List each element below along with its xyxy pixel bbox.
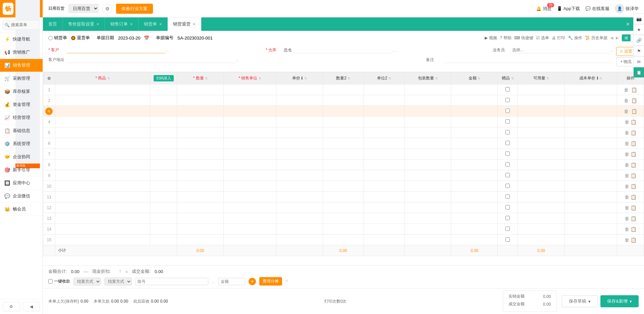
unit-price-cell[interactable] — [276, 106, 323, 117]
warehouse-input[interactable] — [293, 47, 392, 53]
add-payment-button[interactable]: + — [249, 278, 256, 285]
sales-unit-sort-icon[interactable]: ⇅ — [259, 76, 261, 80]
gift-checkbox[interactable] — [505, 119, 510, 124]
sidebar-item-purchase[interactable]: 🛒 采购管理 — [0, 72, 43, 85]
delete-row-button[interactable]: 🗑 — [624, 215, 630, 222]
gift-checkbox[interactable] — [505, 151, 510, 156]
unit-price-cell[interactable] — [276, 84, 323, 95]
copy-row-button[interactable]: 📋 — [630, 204, 637, 211]
quantity-cell[interactable] — [177, 106, 224, 117]
sidebar-item-marketing[interactable]: 📢 营销推广 — [0, 46, 43, 59]
rfloat-link-button[interactable]: 🔗 — [633, 35, 644, 46]
sidebar-item-guide[interactable]: 🎯 新手引导 — [0, 164, 43, 177]
gift-checkbox[interactable] — [505, 130, 510, 134]
amount-cell[interactable] — [451, 95, 498, 106]
prev-record-button[interactable]: ◀ — [610, 36, 613, 40]
delete-row-button[interactable]: 🗑 — [624, 140, 630, 147]
add-row-button[interactable]: + — [45, 108, 53, 115]
delete-row-button[interactable]: 🗑 — [624, 194, 630, 200]
select-action[interactable]: ☑ 选单 — [536, 35, 549, 41]
gift-checkbox[interactable] — [505, 194, 510, 199]
online-service-button[interactable]: 💬 在线客服 — [585, 6, 609, 12]
rfloat-photo-button[interactable]: 📷 — [633, 13, 644, 24]
copy-row-button[interactable]: 📋 — [630, 237, 637, 243]
app-download-button[interactable]: 📱 App下载 — [557, 6, 580, 12]
delete-row-button[interactable]: 🗑 — [624, 129, 630, 136]
sidebar-item-shortcut[interactable]: ⚡ 快捷导航 — [0, 33, 43, 46]
copy-row-button[interactable]: 📋 — [630, 215, 637, 222]
close-sales-order-tab[interactable]: ✕ — [130, 22, 133, 26]
payment-amount-input[interactable] — [218, 278, 245, 285]
customer-dots[interactable]: ... — [166, 48, 169, 53]
amount-cell[interactable] — [451, 106, 498, 117]
amount-cell[interactable] — [451, 84, 498, 95]
gift-checkbox[interactable] — [505, 141, 510, 145]
quantity-cell[interactable] — [177, 84, 224, 95]
sales-unit-cell[interactable] — [224, 95, 276, 106]
grid-view-button[interactable]: ⊞ — [622, 35, 631, 41]
print-action[interactable]: 🖨 打印 — [552, 35, 565, 41]
th-settings[interactable]: ⚙ — [43, 72, 55, 84]
copy-row-button[interactable]: 📋 — [630, 172, 637, 179]
package-qty-cell[interactable] — [405, 95, 451, 106]
cost-info-icon[interactable]: ℹ — [597, 76, 598, 80]
one-click-payment-checkbox[interactable]: 一键收款 — [48, 278, 70, 284]
payment-check[interactable] — [48, 279, 53, 284]
copy-row-button[interactable]: 📋 — [631, 86, 638, 93]
delete-row-button[interactable]: 🗑 — [623, 97, 629, 104]
quantity2-cell[interactable] — [323, 84, 364, 95]
unit-price-info-icon[interactable]: ℹ — [301, 76, 303, 80]
video-action[interactable]: ▶ 视频 — [485, 35, 497, 41]
customer-input[interactable] — [66, 47, 166, 53]
message-button[interactable]: 🔔 消息 70 — [536, 6, 551, 12]
copy-row-button[interactable]: 📋 — [631, 97, 638, 104]
experience-button[interactable]: 体验行业方案 — [116, 4, 153, 14]
unit2-cell[interactable] — [364, 95, 405, 106]
quantity-cell[interactable] — [177, 95, 224, 106]
gift-checkbox[interactable] — [505, 98, 510, 102]
copy-row-button[interactable]: 📋 — [630, 183, 637, 190]
rfloat-star-button[interactable]: ★ — [633, 24, 644, 35]
product-cell[interactable] — [55, 84, 150, 95]
help-action[interactable]: ? 帮助 — [500, 35, 512, 41]
product-input-active[interactable] — [57, 109, 148, 114]
salesman-input[interactable] — [511, 47, 610, 53]
sales-unit-cell[interactable] — [224, 84, 276, 95]
sidebar-item-system[interactable]: ⚙️ 系统管理 — [0, 137, 43, 150]
sidebar-item-basic[interactable]: 📋 基础信息 — [0, 124, 43, 137]
account-dots[interactable]: ... — [212, 279, 215, 284]
sidebar-item-member[interactable]: 👑 畅会员 — [0, 203, 43, 216]
gift-checkbox[interactable] — [505, 237, 510, 242]
delete-row-button[interactable]: 🗑 — [624, 204, 630, 211]
unit2-sort-icon[interactable]: ⇅ — [388, 76, 391, 80]
delete-row-button[interactable]: 🗑 — [624, 237, 630, 243]
sales-unit-cell[interactable] — [224, 106, 276, 117]
close-window-button[interactable]: ✕ — [624, 20, 632, 28]
rfloat-active-button[interactable]: 📋 — [633, 67, 644, 78]
quantity2-cell[interactable] — [323, 106, 364, 117]
address-dots[interactable]: ... — [236, 58, 239, 62]
unit2-cell[interactable] — [364, 84, 405, 95]
copy-row-button[interactable]: 📋 — [631, 108, 638, 115]
gift-checkbox[interactable] — [505, 227, 510, 231]
copy-row-button[interactable]: 📋 — [630, 194, 637, 200]
delete-row-button[interactable]: 🗑 — [624, 151, 630, 158]
pkg-sort-icon[interactable]: ⇅ — [435, 76, 438, 80]
address-input[interactable] — [66, 57, 236, 63]
gift-checkbox[interactable] — [505, 87, 510, 91]
fee-split-button[interactable]: 费用分摊 — [259, 277, 282, 286]
gift-sort-icon[interactable]: ⇅ — [511, 76, 514, 80]
unit2-cell[interactable] — [364, 106, 405, 117]
return-radio-input[interactable] — [71, 36, 75, 40]
delete-row-button[interactable]: 🗑 — [624, 172, 630, 179]
gift-checkbox[interactable] — [505, 184, 510, 188]
account-input[interactable] — [135, 278, 208, 285]
product-cell[interactable] — [55, 95, 150, 106]
sales-radio[interactable]: 销货单 — [48, 35, 67, 41]
shortcut-action[interactable]: ⌨ 快捷键 — [514, 35, 533, 41]
quantity-sort-icon[interactable]: ⇅ — [205, 76, 208, 80]
sidebar-item-sales[interactable]: 📊 销售管理 — [0, 59, 43, 72]
nav-dropdown[interactable]: 日用百货 — [68, 4, 99, 13]
delete-row-button[interactable]: 🗑 — [624, 226, 630, 233]
close-price-setting-tab[interactable]: ✕ — [96, 22, 99, 26]
